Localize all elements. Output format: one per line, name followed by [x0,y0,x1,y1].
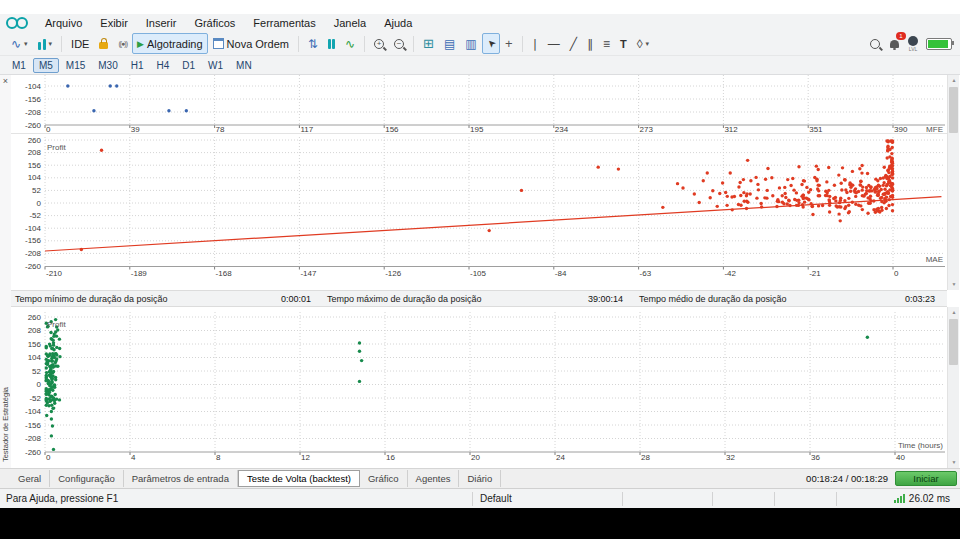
svg-text:Profit: Profit [47,320,66,329]
mt5-logo-icon [6,17,28,29]
tile-vertical-button[interactable]: ▥ [460,33,481,54]
avatar-icon [908,36,918,46]
scroll-down-arrow[interactable]: ▼ [948,457,960,468]
zoom-out-button[interactable] [389,33,409,54]
chart-type-button[interactable]: ▾ [33,33,58,54]
svg-text:0: 0 [37,380,42,389]
menu-janela[interactable]: Janela [325,15,375,31]
new-order-button[interactable]: Nova Ordem [208,33,294,54]
ide-label: IDE [71,38,89,50]
tab-grafico[interactable]: Gráfico [360,470,408,487]
vertical-line-icon: ∣ [532,38,538,50]
tick-zigzag-icon: ∿ [345,38,355,50]
connection-bars-icon [894,494,905,503]
tab-configuracao[interactable]: Configuração [50,470,124,487]
fibonacci-tool-button[interactable]: ≡ [598,33,615,54]
menu-ferramentas[interactable]: Ferramentas [244,15,324,31]
avg-duration-label: Tempo médio de duração da posição [639,294,787,304]
grid-windows-button[interactable]: ⊞ [418,33,439,54]
tab-parametros-de-entrada[interactable]: Parâmetros de entrada [124,470,238,487]
timeframe-m1[interactable]: M1 [6,58,32,73]
sort-button[interactable]: ⇅ [303,33,323,54]
cursor-tool-button[interactable]: ➤ [482,33,500,54]
chart-line-style-button[interactable]: ∿ ▾ [6,33,33,54]
time-profit-chart[interactable]: 260208156104520-52-104-156-208-260048121… [11,307,947,468]
close-panel-button[interactable]: × [1,76,10,86]
tile-horizontal-button[interactable]: ▤ [439,33,460,54]
crosshair-icon: + [505,37,513,50]
svg-text:-156: -156 [25,236,42,245]
algotrading-button[interactable]: ▶ Algotrading [132,33,208,54]
timeframe-mn[interactable]: MN [230,58,258,73]
separator [413,36,414,52]
svg-text:-105: -105 [470,269,487,278]
tab-teste-de-volta-backtest[interactable]: Teste de Volta (backtest) [238,470,360,487]
timeframe-m30[interactable]: M30 [92,58,123,73]
menu-items: ArquivoExibirInserirGráficosFerramentasJ… [36,15,421,31]
caret-down-icon: ▾ [646,40,650,48]
tab-agentes[interactable]: Agentes [408,470,460,487]
status-latency[interactable]: 26.02 ms [836,492,960,506]
separator [298,36,299,52]
crosshair-tool-button[interactable]: + [500,33,518,54]
vertical-line-tool-button[interactable]: ∣ [527,33,543,54]
notifications-button[interactable]: 1 [885,33,904,54]
timeframe-bar: M1M5M15M30H1H4D1W1MN [0,56,960,75]
chart-scrollbar-upper[interactable]: ▲ ▼ [947,75,959,290]
titlebar-space [0,0,960,14]
scroll-up-arrow[interactable]: ▲ [948,307,960,318]
trendline-tool-button[interactable]: ╱ [565,33,582,54]
timeframe-w1[interactable]: W1 [202,58,229,73]
duration-summary-bar: Tempo mínimo de duração da posição 0:00:… [11,290,947,307]
broadcast-button[interactable]: ((●)) [113,33,132,54]
timeframe-d1[interactable]: D1 [176,58,201,73]
menu-ajuda[interactable]: Ajuda [375,15,421,31]
svg-text:260: 260 [28,136,42,145]
timeframe-h1[interactable]: H1 [125,58,150,73]
menu-inserir[interactable]: Inserir [137,15,186,31]
scroll-down-arrow[interactable]: ▼ [948,279,960,290]
text-tool-button[interactable]: T [615,33,632,54]
timeframe-m15[interactable]: M15 [60,58,91,73]
tester-tab-bar: GeralConfiguraçãoParâmetros de entradaTe… [0,468,960,488]
menu-graficos[interactable]: Gráficos [185,15,244,31]
menu-exibir[interactable]: Exibir [91,15,137,31]
channel-tool-button[interactable]: ∥ [582,33,598,54]
objects-dropdown-button[interactable]: ◊ ▾ [632,33,654,54]
swap-arrows-icon: ⇅ [308,38,318,50]
mae-profit-chart[interactable]: 260208156104520-52-104-156-208-260-210-1… [11,133,947,290]
tick-chart-button[interactable]: ∿ [340,33,360,54]
start-button[interactable]: Iniciar [895,471,957,486]
scrollbar-thumb[interactable] [949,319,958,365]
menu-bar: ArquivoExibirInserirGráficosFerramentasJ… [0,14,960,33]
chart-scrollbar-lower[interactable]: ▲ ▼ [947,307,959,468]
status-empty-cell [622,492,712,506]
svg-text:273: 273 [640,125,654,134]
text-tool-icon: T [620,38,627,50]
ide-button[interactable]: IDE [66,33,94,54]
svg-text:Profit: Profit [47,143,66,152]
svg-text:234: 234 [555,125,569,134]
timeframe-m5[interactable]: M5 [33,58,59,73]
zoom-in-button[interactable] [369,33,389,54]
search-button[interactable] [865,33,885,54]
tile-horizontal-icon: ▤ [444,38,455,50]
svg-text:-208: -208 [25,249,42,258]
market-depth-button[interactable] [323,33,340,54]
account-button[interactable]: LVL [908,36,918,52]
horizontal-line-tool-button[interactable]: ― [543,33,565,54]
tab-diario[interactable]: Diário [459,470,501,487]
tab-geral[interactable]: Geral [10,470,50,487]
menu-arquivo[interactable]: Arquivo [36,15,91,31]
status-profile[interactable]: Default [472,492,622,506]
timeframe-h4[interactable]: H4 [151,58,176,73]
status-empty-cell [712,492,774,506]
mfe-profit-chart[interactable]: -104-156-208-260039781171561952342733123… [11,75,947,133]
lock-button[interactable] [94,33,113,54]
scrollbar-thumb[interactable] [949,87,958,133]
scroll-up-arrow[interactable]: ▲ [948,75,960,86]
separator [522,36,523,52]
svg-text:-126: -126 [385,269,402,278]
depth-of-market-icon [328,39,335,49]
latency-value: 26.02 ms [909,493,950,504]
